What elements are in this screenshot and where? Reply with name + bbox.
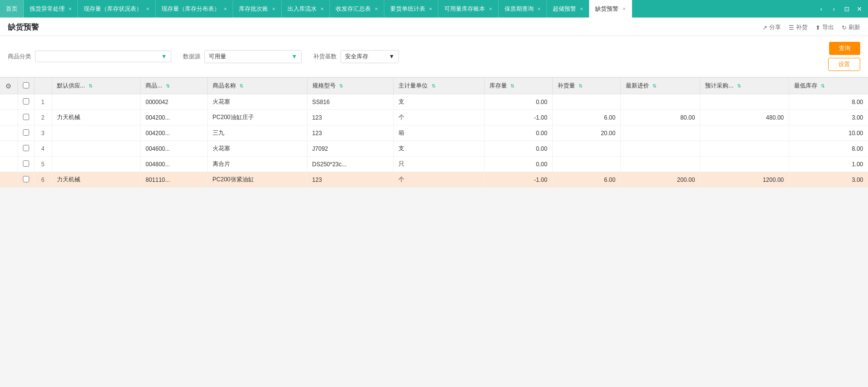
nav-prev-btn[interactable]: ‹	[815, 3, 827, 15]
sort-supplier-icon: ⇅	[89, 83, 92, 88]
table-row: 4 004600... 火花塞 J7092 支 0.00 8.00	[0, 141, 868, 157]
tab-picking-exception[interactable]: 拣货异常处理 ×	[24, 0, 78, 18]
td-replenish-1: 6.00	[552, 110, 620, 125]
td-checkbox-4[interactable]	[18, 157, 34, 172]
gear-icon[interactable]: ⚙	[5, 82, 12, 90]
page-container: 缺货预警 ↗ 分享 ☰ 补货 ⬆ 导出 ↻ 刷新 商品分类	[0, 18, 868, 188]
row-checkbox-0[interactable]	[23, 98, 29, 105]
td-checkbox-5[interactable]	[18, 172, 34, 188]
th-unit[interactable]: 主计量单位 ⇅	[394, 78, 485, 94]
row-checkbox-4[interactable]	[23, 160, 29, 167]
filter-area: 商品分类 ▼ 数据源 可用量 ▼ 补货基数 安全库存 ▼ 查询 设置	[0, 36, 868, 77]
close-tab-6[interactable]: ×	[375, 6, 378, 12]
td-replenish-0	[552, 94, 620, 110]
close-tab-4[interactable]: ×	[272, 6, 275, 12]
td-replenish-5: 6.00	[552, 172, 620, 188]
nav-next-btn[interactable]: ›	[828, 3, 840, 15]
td-unit-5: 个	[394, 172, 485, 188]
td-supplier-0	[52, 94, 141, 110]
td-seq-5: 6	[34, 172, 52, 188]
td-est-purchase-4	[700, 157, 789, 172]
th-latest-price[interactable]: 最新进价 ⇅	[620, 78, 700, 94]
td-spec-0: SS816	[307, 94, 394, 110]
sort-spec-icon: ⇅	[339, 83, 343, 88]
nav-restore-btn[interactable]: ⊡	[841, 3, 852, 15]
close-tab-11[interactable]: ×	[622, 6, 625, 12]
th-est-purchase[interactable]: 预计采购... ⇅	[700, 78, 789, 94]
td-name-5: PC200张紧油缸	[207, 172, 307, 188]
td-seq-1: 2	[34, 110, 52, 125]
close-tab-3[interactable]: ×	[224, 6, 227, 12]
th-replenish[interactable]: 补货量 ⇅	[552, 78, 620, 94]
th-min-stock[interactable]: 最低库存 ⇅	[789, 78, 868, 94]
table-row: 2 力天机械 004200... PC200油缸庄子 123 个 -1.00 6…	[0, 110, 868, 125]
row-checkbox-5[interactable]	[23, 176, 29, 182]
td-checkbox-3[interactable]	[18, 141, 34, 157]
td-stock-2: 0.00	[484, 125, 552, 141]
data-table: ⚙ 默认供应... ⇅ 商品... ⇅ 商品名称	[0, 77, 868, 188]
replenish-select[interactable]: 安全库存 ▼	[341, 50, 399, 63]
export-icon: ⬆	[815, 24, 820, 31]
tab-home[interactable]: 首页	[0, 0, 24, 18]
tab-flow[interactable]: 出入库流水 ×	[282, 0, 330, 18]
close-tab-10[interactable]: ×	[580, 6, 583, 12]
close-tab-1[interactable]: ×	[69, 6, 72, 12]
td-unit-2: 箱	[394, 125, 485, 141]
td-spec-3: J7092	[307, 141, 394, 157]
nav-controls: ‹ › ⊡ ✕	[813, 0, 868, 18]
td-min-stock-2: 10.00	[789, 125, 868, 141]
tab-shortage[interactable]: 缺货预警 ×	[589, 0, 632, 18]
td-seq-0: 1	[34, 94, 52, 110]
datasource-select[interactable]: 可用量 ▼	[204, 50, 302, 63]
tab-available[interactable]: 可用量库存账本 ×	[438, 0, 498, 18]
share-icon: ↗	[762, 24, 767, 31]
close-tab-8[interactable]: ×	[489, 6, 492, 12]
row-checkbox-1[interactable]	[23, 114, 29, 120]
td-stock-0: 0.00	[484, 94, 552, 110]
tab-inventory-dist[interactable]: 现存量（库存分布表） ×	[156, 0, 233, 18]
header-actions: ↗ 分享 ☰ 补货 ⬆ 导出 ↻ 刷新	[762, 23, 860, 32]
select-all-checkbox[interactable]	[23, 82, 29, 88]
th-checkbox	[18, 78, 34, 94]
td-checkbox-1[interactable]	[18, 110, 34, 125]
tab-batch-account[interactable]: 库存批次账 ×	[233, 0, 281, 18]
tab-overstock[interactable]: 超储预警 ×	[547, 0, 589, 18]
th-gear[interactable]: ⚙	[0, 78, 18, 94]
th-spec[interactable]: 规格型号 ⇅	[307, 78, 394, 94]
td-checkbox-0[interactable]	[18, 94, 34, 110]
nav-close-btn[interactable]: ✕	[853, 3, 865, 15]
td-supplier-1: 力天机械	[52, 110, 141, 125]
tab-summary[interactable]: 收发存汇总表 ×	[330, 0, 384, 18]
export-btn[interactable]: ⬆ 导出	[815, 23, 834, 32]
th-name[interactable]: 商品名称 ⇅	[207, 78, 307, 94]
close-tab-9[interactable]: ×	[538, 6, 541, 12]
replenish-btn[interactable]: ☰ 补货	[789, 23, 808, 32]
sort-stock-icon: ⇅	[510, 83, 514, 88]
replenish-filter-group: 补货基数 安全库存 ▼	[313, 50, 399, 63]
row-checkbox-3[interactable]	[23, 145, 29, 151]
td-gear-5	[0, 172, 18, 188]
sort-unit-icon: ⇅	[432, 83, 435, 88]
sort-est-icon: ⇅	[737, 83, 741, 88]
tab-inventory-status[interactable]: 现存量（库存状况表） ×	[78, 0, 155, 18]
share-btn[interactable]: ↗ 分享	[762, 23, 781, 32]
sort-name-icon: ⇅	[239, 83, 243, 88]
th-supplier[interactable]: 默认供应... ⇅	[52, 78, 141, 94]
tab-requisition[interactable]: 要货单统计表 ×	[384, 0, 438, 18]
query-button[interactable]: 查询	[829, 42, 860, 55]
refresh-btn[interactable]: ↻ 刷新	[842, 23, 860, 32]
category-select[interactable]: ▼	[35, 51, 171, 62]
td-unit-3: 支	[394, 141, 485, 157]
row-checkbox-2[interactable]	[23, 129, 29, 136]
th-stock[interactable]: 库存量 ⇅	[484, 78, 552, 94]
settings-button[interactable]: 设置	[828, 58, 860, 71]
td-stock-4: 0.00	[484, 157, 552, 172]
td-checkbox-2[interactable]	[18, 125, 34, 141]
close-tab-2[interactable]: ×	[146, 6, 149, 12]
td-min-stock-4: 1.00	[789, 157, 868, 172]
th-code[interactable]: 商品... ⇅	[141, 78, 208, 94]
close-tab-5[interactable]: ×	[321, 6, 324, 12]
tab-expiry[interactable]: 保质期查询 ×	[499, 0, 547, 18]
category-filter-group: 商品分类 ▼	[8, 51, 171, 62]
close-tab-7[interactable]: ×	[429, 6, 432, 12]
